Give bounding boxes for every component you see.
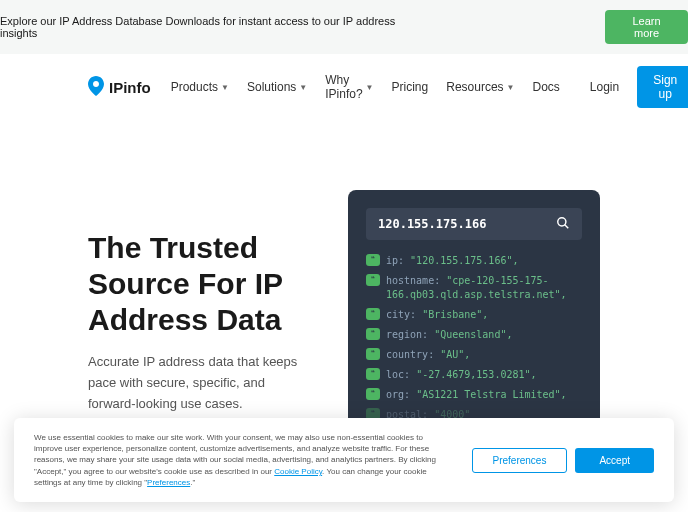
nav-solutions[interactable]: Solutions▼	[247, 80, 307, 94]
chevron-down-icon: ▼	[507, 83, 515, 92]
quote-icon: ❝	[366, 254, 380, 266]
quote-icon: ❝	[366, 388, 380, 400]
ip-search-row	[366, 208, 582, 240]
learn-more-button[interactable]: Learn more	[605, 10, 688, 44]
pin-icon	[88, 76, 104, 99]
json-line: ❝hostname: "cpe-120-155-175-166.qb03.qld…	[366, 274, 582, 302]
brand-name: IPinfo	[109, 79, 151, 96]
chevron-down-icon: ▼	[299, 83, 307, 92]
quote-icon: ❝	[366, 308, 380, 320]
nav-pricing[interactable]: Pricing	[392, 80, 429, 94]
signup-button[interactable]: Sign up	[637, 66, 688, 108]
chevron-down-icon: ▼	[221, 83, 229, 92]
cookie-buttons: Preferences Accept	[472, 448, 655, 473]
login-link[interactable]: Login	[590, 80, 619, 94]
quote-icon: ❝	[366, 348, 380, 360]
nav-docs[interactable]: Docs	[533, 80, 560, 94]
nav-why[interactable]: Why IPinfo?▼	[325, 73, 373, 101]
hero-title: The Trusted Source For IP Address Data	[88, 230, 308, 338]
accept-button[interactable]: Accept	[575, 448, 654, 473]
search-icon[interactable]	[556, 216, 570, 232]
main-nav: IPinfo Products▼ Solutions▼ Why IPinfo?▼…	[0, 54, 688, 120]
preferences-link[interactable]: Preferences	[147, 478, 190, 487]
logo[interactable]: IPinfo	[88, 76, 151, 99]
ip-search-input[interactable]	[378, 217, 556, 231]
nav-products[interactable]: Products▼	[171, 80, 229, 94]
json-line: ❝org: "AS1221 Telstra Limited",	[366, 388, 582, 402]
json-line: ❝city: "Brisbane",	[366, 308, 582, 322]
hero-subtitle: Accurate IP address data that keeps pace…	[88, 352, 308, 414]
nav-links: Products▼ Solutions▼ Why IPinfo?▼ Pricin…	[171, 66, 688, 108]
chevron-down-icon: ▼	[366, 83, 374, 92]
quote-icon: ❝	[366, 328, 380, 340]
cookie-policy-link[interactable]: Cookie Policy	[274, 467, 322, 476]
svg-line-1	[565, 225, 569, 229]
json-line: ❝ip: "120.155.175.166",	[366, 254, 582, 268]
quote-icon: ❝	[366, 274, 380, 286]
json-line: ❝loc: "-27.4679,153.0281",	[366, 368, 582, 382]
quote-icon: ❝	[366, 368, 380, 380]
nav-resources[interactable]: Resources▼	[446, 80, 514, 94]
preferences-button[interactable]: Preferences	[472, 448, 568, 473]
json-output: ❝ip: "120.155.175.166",❝hostname: "cpe-1…	[366, 254, 582, 422]
announcement-bar: Explore our IP Address Database Download…	[0, 0, 688, 54]
cookie-banner: We use essential cookies to make our sit…	[14, 418, 674, 502]
svg-point-0	[558, 218, 566, 226]
json-line: ❝country: "AU",	[366, 348, 582, 362]
announcement-text: Explore our IP Address Database Download…	[0, 15, 425, 39]
json-line: ❝region: "Queensland",	[366, 328, 582, 342]
cookie-text: We use essential cookies to make our sit…	[34, 432, 454, 488]
